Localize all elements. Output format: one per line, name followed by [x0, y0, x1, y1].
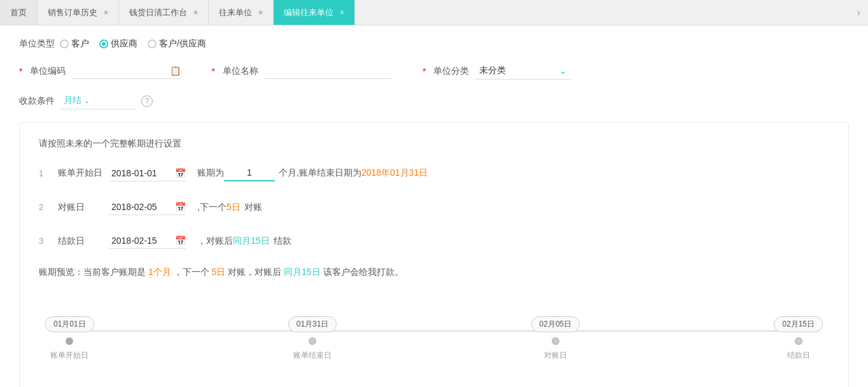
timeline-nodes: 01月01日 账单开始日 01月31日 账单结束日 02月05日 对账日	[45, 316, 823, 361]
timeline-sub-2: 对账日	[544, 350, 567, 361]
content-area: 单位类型 客户 供应商 客户/供应商 * 单位编码 000001 📋	[0, 25, 868, 387]
unit-classify-star: *	[423, 66, 426, 76]
period-payment-date-input: 📅	[109, 233, 186, 249]
period-row-1: 1 账单开始日 📅 账期为 个月,账单结束日期为 2018年01月31日	[39, 165, 829, 181]
period-row-2: 2 对账日 📅 ,下一个 5日 对账	[39, 199, 829, 215]
tab-partner-unit[interactable]: 往来单位 ×	[209, 0, 274, 25]
period-row2-suffix: 对账	[244, 202, 262, 213]
tab-edit-partner-unit-close[interactable]: ×	[340, 8, 344, 17]
period-end-date-highlight: 2018年01月31日	[361, 167, 428, 179]
radio-customer-circle	[60, 39, 69, 48]
radio-customer-label: 客户	[71, 38, 89, 50]
tab-cashier-workbench-close[interactable]: ×	[193, 8, 198, 17]
timeline-node-0: 01月01日 账单开始日	[45, 316, 94, 361]
period-num-1: 1	[39, 169, 58, 178]
period-payment-date-field[interactable]	[109, 233, 172, 248]
unit-classify-value: 未分类	[479, 65, 554, 76]
unit-type-radio-group: 客户 供应商 客户/供应商	[60, 38, 206, 50]
period-row1-suffix: 个月,账单结束日期为	[279, 167, 361, 179]
preview-text: 账期预览：当前客户账期是 1个月 ，下一个 5日 对账，对账后 同月15日 该客…	[39, 267, 829, 278]
period-start-date-input: 📅	[109, 165, 186, 181]
timeline-line	[49, 330, 819, 332]
unit-code-icon[interactable]: 📋	[170, 66, 181, 76]
payment-terms-row: 收款条件 月结 ⌄ ?	[19, 92, 849, 109]
unit-name-group: * 单位名称 河南供应商22	[211, 63, 391, 79]
period-row3-suffix: 结款	[274, 236, 291, 247]
payment-terms-dropdown-arrow: ⌄	[84, 97, 90, 105]
period-reconcile-date-field[interactable]	[109, 199, 172, 215]
timeline-dot-1	[309, 337, 316, 345]
tab-partner-unit-label: 往来单位	[219, 7, 252, 18]
unit-info-row: * 单位编码 000001 📋 * 单位名称 河南供应商22 * 单位分类 未分…	[19, 62, 849, 80]
preview-day5: 5日	[211, 267, 225, 277]
preview-mid: ，下一个	[174, 267, 209, 277]
timeline-label-3: 02月15日	[774, 316, 823, 332]
radio-supplier-label: 供应商	[111, 38, 137, 50]
period-row2-prefix: ,下一个	[197, 202, 227, 213]
period-start-date-calendar[interactable]: 📅	[175, 168, 186, 178]
timeline-section: 01月01日 账单开始日 01月31日 账单结束日 02月05日 对账日	[39, 297, 829, 376]
tab-sales-history-label: 销售订单历史	[48, 7, 97, 18]
unit-name-input[interactable]: 河南供应商22	[265, 63, 392, 79]
radio-customer[interactable]: 客户	[60, 38, 89, 50]
period-start-date-field[interactable]	[109, 165, 172, 181]
timeline-node-1: 01月31日 账单结束日	[288, 316, 337, 361]
tab-expand-button[interactable]: ›	[850, 0, 868, 25]
preview-prefix: 账期预览：当前客户账期是	[39, 267, 146, 277]
period-reconcile-date-calendar[interactable]: 📅	[175, 202, 186, 212]
period-row1-mid-label: 账期为	[197, 167, 224, 179]
tab-sales-history[interactable]: 销售订单历史 ×	[38, 0, 119, 25]
timeline-dot-3	[795, 337, 802, 345]
tab-sales-history-close[interactable]: ×	[104, 8, 108, 17]
radio-both-label: 客户/供应商	[159, 38, 206, 50]
timeline-sub-1: 账单结束日	[293, 350, 332, 361]
unit-classify-arrow: ⌄	[559, 66, 567, 76]
period-num-2: 2	[39, 202, 58, 212]
tab-home[interactable]: 首页	[0, 0, 38, 25]
unit-code-label: 单位编码	[30, 66, 66, 77]
timeline-node-3: 02月15日 结款日	[774, 316, 823, 361]
period-field-label-3: 结款日	[58, 236, 109, 247]
tab-cashier-workbench-label: 钱货日清工作台	[129, 7, 187, 18]
preview-day15: 同月15日	[284, 267, 321, 277]
payment-terms-help-icon[interactable]: ?	[141, 95, 153, 107]
unit-code-input[interactable]: 000001	[72, 63, 167, 78]
period-payment-date-calendar[interactable]: 📅	[175, 236, 186, 246]
payment-terms-value: 月结	[64, 95, 81, 106]
period-row3-prefix: ，对账后	[197, 236, 233, 247]
unit-type-row: 单位类型 客户 供应商 客户/供应商	[19, 38, 849, 50]
unit-name-star: *	[211, 66, 214, 76]
tab-partner-unit-close[interactable]: ×	[258, 8, 263, 17]
radio-supplier-circle	[99, 39, 108, 48]
tab-cashier-workbench[interactable]: 钱货日清工作台 ×	[119, 0, 209, 25]
period-field-label-2: 对账日	[58, 202, 109, 213]
period-reconcile-date-input: 📅	[109, 199, 186, 215]
unit-code-input-wrapper: 000001 📋	[72, 63, 181, 79]
payment-terms-select[interactable]: 月结 ⌄	[60, 92, 136, 109]
unit-name-label: 单位名称	[223, 66, 258, 77]
period-card: 请按照未来的一个完整帐期进行设置 1 账单开始日 📅 账期为 个月,账单结束日期…	[19, 122, 849, 387]
tab-home-label: 首页	[10, 7, 27, 18]
timeline-dot-0	[66, 337, 73, 345]
radio-both[interactable]: 客户/供应商	[148, 38, 206, 50]
preview-mid2: 对账，对账后	[228, 267, 281, 277]
timeline-label-0: 01月01日	[45, 316, 94, 332]
radio-both-circle	[148, 39, 157, 48]
period-card-title: 请按照未来的一个完整帐期进行设置	[39, 138, 829, 150]
period-field-label-1: 账单开始日	[58, 167, 109, 179]
unit-classify-group: * 单位分类 未分类 ⌄	[423, 62, 571, 80]
period-num-3: 3	[39, 236, 58, 246]
period-row2-day-highlight: 5日	[227, 202, 241, 213]
period-row-3: 3 结款日 📅 ，对账后 同月15日 结款	[39, 233, 829, 249]
payment-terms-label: 收款条件	[19, 95, 55, 107]
radio-supplier[interactable]: 供应商	[99, 38, 137, 50]
unit-code-group: * 单位编码 000001 📋	[19, 63, 181, 79]
timeline-label-2: 02月05日	[531, 316, 580, 332]
tab-edit-partner-unit-label: 编辑往来单位	[284, 7, 333, 18]
tab-bar: 首页 销售订单历史 × 钱货日清工作台 × 往来单位 × 编辑往来单位 × ›	[0, 0, 868, 25]
tab-edit-partner-unit[interactable]: 编辑往来单位 ×	[274, 0, 355, 25]
period-months-input[interactable]	[224, 165, 275, 181]
unit-classify-select[interactable]: 未分类 ⌄	[475, 62, 571, 80]
timeline-node-2: 02月05日 对账日	[531, 316, 580, 361]
preview-suffix: 该客户会给我打款。	[323, 267, 403, 277]
